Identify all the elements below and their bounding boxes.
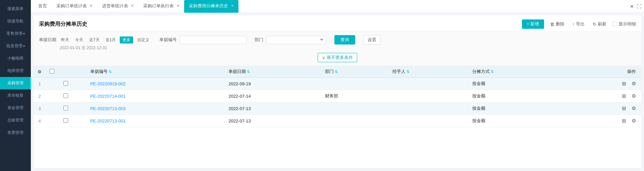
row-checkbox: [46, 102, 86, 115]
tab-purchase-order-stat[interactable]: 采购订单统计表 ✕: [52, 0, 97, 13]
col-handler: 经手人 ⇅: [388, 66, 469, 78]
col-split-method: 分摊方式 ⇅: [468, 66, 562, 78]
sort-icon: ⇅: [109, 70, 112, 74]
export-button[interactable]: ↑ 导出: [571, 20, 587, 28]
query-button[interactable]: 查询: [334, 35, 355, 45]
row-handler: [388, 102, 469, 115]
sidebar-item-inventory[interactable]: 库存核算: [0, 89, 31, 102]
maximize-window-icon[interactable]: ⛶: [637, 4, 641, 9]
chevron-down-icon: ▾: [23, 32, 25, 35]
expand-more-btn[interactable]: ∨ 展开更多条件: [318, 53, 357, 62]
sidebar-item-quick[interactable]: 快捷导航: [0, 15, 31, 27]
date-btn-yesterday[interactable]: 昨天: [59, 36, 71, 44]
row-more-button[interactable]: ⚙: [630, 80, 637, 87]
date-btn-custom[interactable]: 自定义: [135, 36, 151, 44]
col-settings[interactable]: ⚙: [34, 66, 46, 78]
display-detail-toggle[interactable]: 显示明细: [612, 21, 636, 27]
col-actions: 操作: [562, 66, 641, 78]
tab-close-purchase-order-stat[interactable]: ✕: [90, 4, 93, 8]
tab-inbound-stat[interactable]: 进货单统计表 ✕: [97, 0, 139, 13]
date-btn-1month[interactable]: 近1月: [104, 36, 118, 44]
table-row: 4 PE-20220713-001 2022-07-13 按金额 ⊞ ⚙: [34, 115, 641, 127]
row-handler: [388, 90, 469, 102]
sidebar-item-purchase[interactable]: 采购管理: [0, 77, 31, 89]
row-dept: [321, 102, 388, 115]
main-content: 首页 采购订单统计表 ✕ 进货单统计表 ✕ 采购订单执行表 ✕ 采购费用分摊单历…: [31, 0, 644, 171]
row-split-method: 按金额: [468, 78, 562, 90]
chevron-down-icon: ∨: [322, 55, 325, 60]
tab-home[interactable]: 首页: [34, 0, 52, 13]
close-window-icon[interactable]: ✕: [630, 4, 634, 9]
sidebar-item-mobile[interactable]: 小畅电商: [0, 52, 31, 65]
sidebar-item-invoice[interactable]: 发票管理: [0, 126, 31, 139]
date-btn-7days[interactable]: 近7天: [87, 36, 102, 44]
sidebar-item-wholesale[interactable]: 批发管理 ▾: [0, 40, 31, 52]
row-more-button[interactable]: ⚙: [630, 117, 637, 124]
sidebar-item-ecommerce[interactable]: 电商管理: [0, 65, 31, 77]
delete-button[interactable]: 🗑 删除: [548, 20, 567, 28]
sidebar-item-retail[interactable]: 零售管理 ▾: [0, 27, 31, 40]
refresh-button[interactable]: ↻ 刷新: [591, 20, 608, 28]
row-checkbox: [46, 78, 86, 90]
order-no-field: 单据编号: [159, 36, 247, 44]
sidebar-item-search[interactable]: 搜索菜单: [0, 3, 31, 15]
table-body: 1 PE-20220919-002 2022-09-19 按金额 ⊞ ⚙ 2 P…: [34, 78, 641, 127]
row-select-checkbox[interactable]: [63, 81, 68, 86]
delete-icon: 🗑: [550, 22, 554, 27]
tab-close-purchase-cost-history[interactable]: ✕: [231, 4, 234, 8]
row-actions: ⊞ ⚙: [562, 90, 641, 102]
row-num: 4: [34, 115, 46, 127]
sort-icon: ⇅: [491, 70, 494, 74]
row-select-checkbox[interactable]: [63, 93, 68, 98]
row-order-no: PE-20220713-003: [86, 102, 224, 115]
sort-icon: ⇅: [247, 70, 250, 74]
row-order-no: PE-20220714-001: [86, 90, 224, 102]
sidebar-item-ledger[interactable]: 总账管理: [0, 114, 31, 126]
order-no-link[interactable]: PE-20220919-002: [90, 81, 126, 86]
row-edit-button[interactable]: ⊞: [621, 117, 628, 124]
order-no-link[interactable]: PE-20220713-003: [90, 106, 126, 111]
search-row: 单据日期 昨天 今天 近7天 近1月 更多 自定义 单据编号: [39, 35, 636, 45]
sort-icon: ⇅: [335, 70, 338, 74]
dept-label: 部门: [255, 37, 263, 43]
row-dept: [321, 78, 388, 90]
order-no-link[interactable]: PE-20220714-001: [90, 94, 126, 99]
row-more-button[interactable]: ⚙: [630, 105, 637, 112]
date-label: 单据日期: [39, 37, 56, 43]
row-split-method: 按金额: [468, 115, 562, 127]
table-row: 1 PE-20220919-002 2022-09-19 按金额 ⊞ ⚙: [34, 78, 641, 90]
dept-select[interactable]: 财务部: [266, 36, 326, 44]
row-checkbox: [46, 90, 86, 102]
tab-purchase-order-exec[interactable]: 采购订单执行表 ✕: [139, 0, 184, 13]
display-detail-checkbox[interactable]: [612, 22, 617, 26]
row-select-checkbox[interactable]: [63, 106, 68, 110]
date-btn-more[interactable]: 更多: [120, 36, 133, 44]
row-handler: [388, 115, 469, 127]
order-num-input[interactable]: [179, 36, 247, 44]
row-edit-button[interactable]: ⊞: [621, 80, 628, 87]
export-icon: ↑: [573, 22, 575, 27]
tab-close-inbound-stat[interactable]: ✕: [131, 4, 134, 8]
row-split-method: 按金额: [468, 90, 562, 102]
tab-purchase-cost-history[interactable]: 采购费用分摊单历史 ✕: [184, 0, 238, 13]
setting-button[interactable]: 设置: [363, 35, 381, 45]
table-row: 2 PE-20220714-001 2022-07-14 财务部 按金额 ⊞ ⚙: [34, 90, 641, 102]
order-no-link[interactable]: PE-20220713-001: [90, 118, 126, 123]
table-row: 3 PE-20220713-003 2022-07-13 按金额 ⊞ ⚙: [34, 102, 641, 115]
add-button[interactable]: + 新增: [522, 19, 544, 29]
tab-bar: 首页 采购订单统计表 ✕ 进货单统计表 ✕ 采购订单执行表 ✕ 采购费用分摊单历…: [31, 0, 644, 13]
sidebar-item-finance[interactable]: 资金管理: [0, 102, 31, 114]
row-select-checkbox[interactable]: [63, 118, 68, 123]
row-edit-button[interactable]: ⊞: [621, 105, 628, 112]
row-more-button[interactable]: ⚙: [630, 92, 637, 100]
chevron-down-icon: ▾: [23, 44, 25, 48]
date-btn-today[interactable]: 今天: [73, 36, 85, 44]
row-edit-button[interactable]: ⊞: [621, 92, 628, 100]
row-order-no: PE-20220713-001: [86, 115, 224, 127]
tab-close-purchase-order-exec[interactable]: ✕: [176, 4, 179, 8]
row-actions: ⊞ ⚙: [562, 115, 641, 127]
select-all-checkbox[interactable]: [50, 69, 54, 74]
col-dept: 部门 ⇅: [321, 66, 388, 78]
col-order-no: 单据编号 ⇅: [86, 66, 224, 78]
search-area: 单据日期 昨天 今天 近7天 近1月 更多 自定义 单据编号: [34, 32, 641, 66]
